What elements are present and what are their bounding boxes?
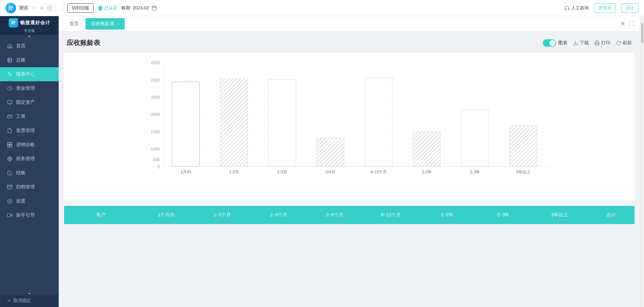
table-header-1-2year: 1~2年 bbox=[419, 206, 475, 224]
unpin-label: 取消固定 bbox=[13, 298, 31, 304]
sidebar-item-fund-label: 资金管理 bbox=[16, 85, 35, 91]
svg-text:2000: 2000 bbox=[151, 112, 160, 117]
svg-rect-53 bbox=[172, 82, 200, 167]
svg-text:2500: 2500 bbox=[151, 95, 160, 100]
svg-text:2-3月: 2-3月 bbox=[277, 170, 287, 174]
accountant-button[interactable]: 会计 bbox=[621, 3, 639, 13]
switch-old-version-button[interactable]: 切到旧版 bbox=[67, 3, 94, 13]
sidebar-item-settings[interactable]: 设置 bbox=[0, 194, 59, 208]
sidebar-item-fund[interactable]: 资金管理 bbox=[0, 81, 59, 95]
fund-icon bbox=[7, 85, 13, 91]
scrollbar-thumb[interactable] bbox=[641, 23, 644, 43]
svg-rect-27 bbox=[7, 214, 11, 217]
svg-rect-20 bbox=[10, 145, 12, 147]
ledger-icon bbox=[7, 57, 13, 63]
svg-rect-56 bbox=[317, 138, 344, 166]
svg-text:6-12个月: 6-12个月 bbox=[370, 170, 387, 174]
sidebar-item-home-label: 首页 bbox=[16, 43, 25, 49]
service-button[interactable]: 人工咨询 bbox=[565, 5, 589, 11]
refresh-button[interactable]: 刷新 bbox=[616, 40, 632, 46]
app-logo-icon: 好 bbox=[5, 3, 16, 13]
svg-text:1-2月: 1-2月 bbox=[229, 170, 239, 174]
svg-text:3年以上: 3年以上 bbox=[516, 170, 531, 174]
window-expand-button[interactable]: ⛶ bbox=[629, 21, 635, 27]
unpin-button[interactable]: 取消固定 bbox=[0, 294, 59, 307]
sidebar-nav: 首页 总账 报表中心 资金管理 bbox=[0, 36, 59, 293]
period-display: 账期 2023-02 bbox=[121, 5, 157, 11]
window-close-button[interactable]: ✕ bbox=[620, 20, 625, 28]
table-header: 客户 1个月内 1~2个月 2~3个月 3~6个月 6~12个月 1~2年 2~… bbox=[64, 206, 635, 224]
calendar-icon[interactable] bbox=[152, 5, 157, 11]
print-button[interactable]: 打印 bbox=[594, 40, 610, 46]
sidebar-item-close-label: 结账 bbox=[16, 170, 25, 176]
shield-icon bbox=[98, 5, 103, 11]
guide-icon bbox=[7, 212, 13, 218]
sidebar-item-salary[interactable]: 工资 bbox=[0, 109, 59, 124]
sidebar-logo-icon: 好 bbox=[9, 18, 18, 28]
refresh-icon bbox=[616, 40, 621, 46]
svg-text:1-2年: 1-2年 bbox=[422, 170, 432, 174]
sidebar-logo: 好 畅捷通好会计 专业版 bbox=[0, 16, 59, 35]
home-icon bbox=[7, 43, 13, 49]
unpin-icon bbox=[7, 298, 11, 303]
bar-chart: 2500 2500 2500 2000 1500 1000 500 0 bbox=[74, 59, 625, 187]
toggle-track[interactable] bbox=[543, 39, 556, 47]
company-name: 测试 bbox=[19, 5, 28, 11]
table-header-2-3month: 2~3个月 bbox=[250, 206, 307, 224]
content-area: 首页 应收账龄表 × ✕ ⛶ 应收账龄表 bbox=[59, 16, 640, 307]
print-icon bbox=[594, 40, 600, 46]
svg-rect-58 bbox=[413, 132, 441, 167]
admin-button[interactable]: 管理员 bbox=[594, 3, 616, 13]
asset-icon bbox=[7, 99, 13, 105]
sidebar-item-archive[interactable]: 归档管理 bbox=[0, 180, 59, 194]
sidebar-item-inventory-label: 进销台账 bbox=[16, 142, 35, 148]
add-icon[interactable] bbox=[39, 5, 44, 11]
sidebar-item-report-label: 报表中心 bbox=[16, 71, 35, 77]
sidebar-item-guide[interactable]: 新手引导 bbox=[0, 208, 59, 222]
svg-marker-26 bbox=[11, 214, 12, 217]
download-button[interactable]: 下载 bbox=[573, 40, 589, 46]
sidebar-item-asset[interactable]: 固定资产 bbox=[0, 95, 59, 109]
chart-container: 2500 2500 2500 2000 1500 1000 500 0 bbox=[64, 53, 635, 201]
topbar-divider bbox=[63, 4, 63, 12]
svg-text:500: 500 bbox=[153, 158, 160, 162]
tabs-right-actions: ✕ ⛶ bbox=[620, 20, 635, 28]
tab-close-button[interactable]: × bbox=[117, 21, 119, 26]
sidebar-logo-sub: 专业版 bbox=[24, 28, 35, 33]
chevron-down-icon[interactable] bbox=[31, 5, 36, 11]
sidebar-item-invoice-label: 发票管理 bbox=[16, 128, 35, 134]
sidebar-item-ledger-label: 总账 bbox=[16, 57, 25, 63]
sidebar-item-salary-label: 工资 bbox=[16, 114, 25, 120]
svg-text:2500: 2500 bbox=[151, 60, 160, 65]
sidebar-item-guide-label: 新手引导 bbox=[16, 212, 35, 218]
sidebar-item-tax[interactable]: 税务管理 bbox=[0, 152, 59, 166]
report-title: 应收账龄表 bbox=[67, 38, 100, 47]
inventory-icon bbox=[7, 142, 13, 148]
tab-home[interactable]: 首页 bbox=[64, 18, 84, 30]
svg-rect-55 bbox=[268, 80, 296, 167]
chart-toggle[interactable]: 图表 bbox=[543, 39, 568, 47]
scrollbar-track[interactable] bbox=[640, 16, 644, 307]
svg-text:2500: 2500 bbox=[151, 78, 160, 83]
invoice-icon bbox=[7, 128, 13, 134]
sidebar-item-close[interactable]: 结账 bbox=[0, 166, 59, 180]
sidebar-item-report[interactable]: 报表中心 bbox=[0, 67, 59, 81]
sidebar-item-ledger[interactable]: 总账 bbox=[0, 53, 59, 67]
svg-text:0: 0 bbox=[158, 165, 160, 169]
svg-rect-57 bbox=[365, 77, 392, 166]
svg-rect-19 bbox=[7, 145, 9, 147]
sidebar-item-invoice[interactable]: 发票管理 bbox=[0, 124, 59, 138]
svg-text:1月内: 1月内 bbox=[180, 170, 191, 174]
svg-rect-50 bbox=[172, 82, 200, 167]
tabs-bar: 首页 应收账龄表 × ✕ ⛶ bbox=[59, 16, 640, 32]
sidebar-item-inventory[interactable]: 进销台账 bbox=[0, 138, 59, 152]
sidebar-item-settings-label: 设置 bbox=[16, 198, 25, 204]
sidebar-item-home[interactable]: 首页 bbox=[0, 39, 59, 53]
settings-icon[interactable] bbox=[47, 5, 52, 11]
sidebar: 好 畅捷通好会计 专业版 ▲ 首页 总账 bbox=[0, 16, 59, 307]
svg-rect-12 bbox=[7, 100, 12, 103]
topbar-company: 好 测试 bbox=[5, 3, 59, 13]
tab-receivable-aging[interactable]: 应收账龄表 × bbox=[86, 18, 125, 30]
toggle-thumb bbox=[549, 40, 555, 46]
archive-icon bbox=[7, 184, 13, 190]
